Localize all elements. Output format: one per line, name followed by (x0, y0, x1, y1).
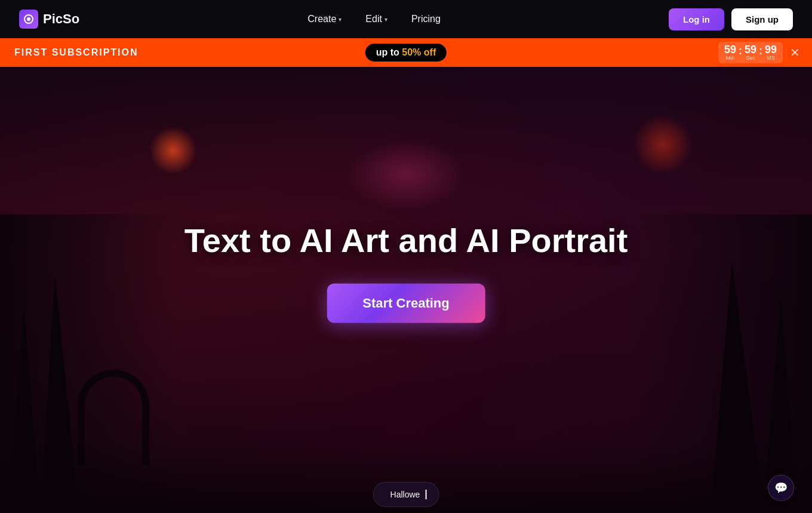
glow-spot-1 (149, 127, 197, 174)
create-chevron-icon: ▾ (339, 16, 342, 23)
nav-item-create[interactable]: Create ▾ (298, 9, 351, 29)
style-selector-bar[interactable]: Hallowe (373, 482, 439, 507)
chat-icon: 💬 (774, 481, 788, 494)
style-input-text: Hallowe (386, 487, 425, 502)
logo-icon (19, 10, 38, 29)
nav-create-label: Create (307, 14, 336, 24)
nav-edit-label: Edit (365, 14, 382, 24)
login-button[interactable]: Log in (669, 8, 724, 30)
promo-right: 59 Min : 59 Sec : 99 MS ✕ (718, 42, 800, 63)
hero-title: Text to AI Art and AI Portrait (184, 221, 628, 259)
timer-seconds: 59 Sec (745, 44, 756, 61)
signup-button[interactable]: Sign up (731, 8, 793, 30)
silhouette-left (0, 214, 179, 513)
logo-text: PicSo (43, 11, 79, 27)
hero-section: Text to AI Art and AI Portrait Start Cre… (0, 67, 812, 513)
nav-links: Create ▾ Edit ▾ Pricing (298, 9, 450, 29)
promo-close-button[interactable]: ✕ (790, 45, 800, 60)
nav-buttons: Log in Sign up (669, 8, 793, 30)
hero-content: Text to AI Art and AI Portrait Start Cre… (184, 221, 628, 322)
countdown-timer: 59 Min : 59 Sec : 99 MS (718, 42, 783, 63)
timer-sep-2: : (759, 45, 762, 57)
nav-pricing-label: Pricing (411, 14, 441, 24)
timer-ms: 99 MS (765, 44, 777, 61)
promo-badge-text: up to 50% off (376, 47, 436, 57)
promo-badge[interactable]: up to 50% off (365, 44, 447, 62)
navbar: PicSo Create ▾ Edit ▾ Pricing Log in Sig… (0, 0, 812, 38)
svg-point-1 (27, 17, 30, 21)
silhouette-right (633, 214, 812, 513)
glow-spot-2 (633, 115, 693, 174)
timer-minutes: 59 Min (724, 44, 736, 61)
logo[interactable]: PicSo (19, 10, 79, 29)
glow-spot-3 (346, 139, 466, 210)
text-cursor (425, 490, 426, 499)
promo-main-text: FIRST SUBSCRIPTION (14, 47, 139, 58)
chat-button[interactable]: 💬 (768, 475, 794, 501)
promo-banner: FIRST SUBSCRIPTION up to 50% off 59 Min … (0, 38, 812, 67)
edit-chevron-icon: ▾ (385, 16, 387, 23)
start-creating-button[interactable]: Start Creating (327, 284, 485, 323)
nav-item-edit[interactable]: Edit ▾ (356, 9, 397, 29)
nav-item-pricing[interactable]: Pricing (402, 9, 450, 29)
timer-sep-1: : (739, 45, 742, 57)
